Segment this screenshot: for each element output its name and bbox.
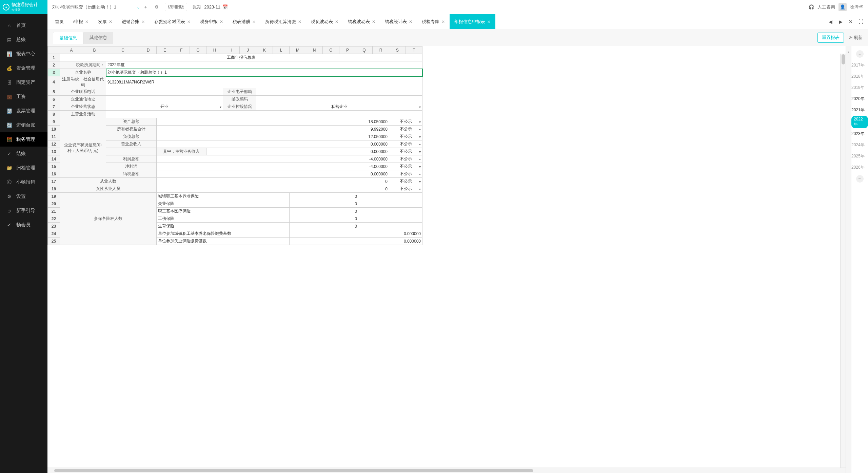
- col-header[interactable]: T: [406, 46, 422, 54]
- visibility-select[interactable]: 不公示: [389, 178, 422, 185]
- user-name[interactable]: 徐泽华: [850, 4, 863, 10]
- tab-6[interactable]: 税表清册✕: [228, 14, 260, 29]
- sheet-title[interactable]: 工商年报信息表: [60, 54, 422, 61]
- corner-cell[interactable]: [48, 46, 60, 54]
- refresh-button[interactable]: ⟳ 刷新: [849, 35, 863, 41]
- ins-value[interactable]: 0: [290, 200, 422, 208]
- row-header[interactable]: 6: [48, 96, 60, 103]
- close-icon[interactable]: ✕: [372, 19, 375, 24]
- gear-icon[interactable]: ⚙: [155, 4, 159, 10]
- reg-code-label[interactable]: 注册号/统一社会信用代码: [60, 76, 106, 88]
- year-option[interactable]: 2024年: [851, 139, 868, 151]
- row-header[interactable]: 2: [48, 61, 60, 69]
- sub-tab-other[interactable]: 其他信息: [83, 32, 113, 44]
- tab-11[interactable]: 税检专家✕: [417, 14, 450, 29]
- fin-label[interactable]: 资产总额: [106, 118, 157, 126]
- fin-value[interactable]: 9.992000: [157, 126, 389, 133]
- row-header[interactable]: 23: [48, 223, 60, 230]
- visibility-select[interactable]: 不公示: [389, 155, 422, 163]
- col-header[interactable]: B: [83, 46, 106, 54]
- col-header[interactable]: Q: [356, 46, 373, 54]
- fin-label[interactable]: 利润总额: [106, 155, 157, 163]
- row-header[interactable]: 10: [48, 126, 60, 133]
- old-version-button[interactable]: 切到旧版: [165, 3, 187, 11]
- ins-value[interactable]: 0: [290, 215, 422, 223]
- row-header[interactable]: 1: [48, 54, 60, 61]
- row-header[interactable]: 25: [48, 238, 60, 245]
- year-option[interactable]: 2023年: [851, 128, 868, 139]
- col-header[interactable]: S: [389, 46, 406, 54]
- tab-10[interactable]: 纳税统计表✕: [380, 14, 417, 29]
- tab-3[interactable]: 进销台账✕: [117, 14, 150, 29]
- visibility-select[interactable]: 不公示: [389, 126, 422, 133]
- fin-value[interactable]: 0.000000: [206, 148, 389, 155]
- col-header[interactable]: L: [273, 46, 290, 54]
- close-icon[interactable]: ✕: [335, 19, 338, 24]
- row-header[interactable]: 21: [48, 208, 60, 215]
- year-option[interactable]: 2017年: [851, 60, 868, 71]
- sidebar-item-5[interactable]: 💼工资: [0, 90, 47, 104]
- year-option[interactable]: 2022年: [851, 116, 868, 128]
- reset-report-button[interactable]: 重置报表: [817, 33, 844, 43]
- row-header[interactable]: 22: [48, 215, 60, 223]
- sidebar-item-2[interactable]: 📊报表中心: [0, 47, 47, 61]
- period-value-cell[interactable]: 2022年度: [106, 61, 422, 69]
- fin-label[interactable]: 负债总额: [106, 133, 157, 140]
- ins-label[interactable]: 工伤保险: [157, 215, 290, 223]
- close-icon[interactable]: ✕: [187, 19, 191, 24]
- col-header[interactable]: M: [290, 46, 306, 54]
- vertical-scrollbar[interactable]: [840, 54, 846, 468]
- close-icon[interactable]: ✕: [487, 19, 491, 24]
- tab-7[interactable]: 所得税汇算清缴✕: [260, 14, 306, 29]
- row-header[interactable]: 3: [48, 69, 60, 76]
- row-header[interactable]: 14: [48, 155, 60, 163]
- fin-value[interactable]: 12.050000: [157, 133, 389, 140]
- close-icon[interactable]: ✕: [220, 19, 223, 24]
- row-header[interactable]: 5: [48, 88, 60, 96]
- fin-value[interactable]: 0.000000: [157, 140, 389, 148]
- ins-value[interactable]: 0: [290, 223, 422, 230]
- col-header[interactable]: C: [106, 46, 140, 54]
- row-header[interactable]: 9: [48, 118, 60, 126]
- sidebar-item-1[interactable]: ▤总账: [0, 33, 47, 47]
- row-header[interactable]: 17: [48, 178, 60, 185]
- fin-label[interactable]: 所有者权益合计: [106, 126, 157, 133]
- row-header[interactable]: 11: [48, 133, 60, 140]
- company-name-label[interactable]: 企业名称: [60, 69, 106, 76]
- assets-group-label[interactable]: 企业资产状况信息(币种：人民币/万元): [60, 118, 106, 178]
- tabs-prev-button[interactable]: ◀: [826, 17, 835, 26]
- col-header[interactable]: D: [140, 46, 157, 54]
- row-header[interactable]: 8: [48, 111, 60, 118]
- company-name-cell[interactable]: 刘小艳演示账套（勿删勿动！）1: [106, 69, 422, 76]
- tab-5[interactable]: 税务申报✕: [195, 14, 228, 29]
- col-header[interactable]: I: [223, 46, 240, 54]
- visibility-select[interactable]: 不公示: [389, 185, 422, 193]
- col-header[interactable]: H: [206, 46, 223, 54]
- account-selector[interactable]: 刘小艳演示账套（勿删勿动！）1 ⌄: [52, 4, 140, 10]
- row-header[interactable]: 16: [48, 170, 60, 178]
- period-value[interactable]: 2023-11: [204, 4, 220, 10]
- tab-1[interactable]: i申报✕: [68, 14, 93, 29]
- sidebar-item-14[interactable]: ✔畅会员: [0, 218, 47, 232]
- close-icon[interactable]: ✕: [109, 19, 112, 24]
- close-icon[interactable]: ✕: [85, 19, 88, 24]
- sidebar-item-6[interactable]: 🧾发票管理: [0, 104, 47, 118]
- tab-8[interactable]: 税负波动表✕: [306, 14, 343, 29]
- horizontal-scrollbar[interactable]: [47, 468, 846, 473]
- tab-9[interactable]: 纳税波动表✕: [343, 14, 380, 29]
- fin-label[interactable]: 净利润: [106, 163, 157, 170]
- consult-link[interactable]: 人工咨询: [817, 4, 835, 10]
- tab-0[interactable]: 首页: [50, 14, 68, 29]
- sidebar-item-13[interactable]: ➲新手引导: [0, 204, 47, 218]
- ins-label[interactable]: 城镇职工基本养老保险: [157, 193, 290, 200]
- row-header[interactable]: 4: [48, 76, 60, 88]
- visibility-select[interactable]: 不公示: [389, 163, 422, 170]
- close-icon[interactable]: ✕: [252, 19, 256, 24]
- col-header[interactable]: P: [339, 46, 356, 54]
- year-option[interactable]: 2020年: [851, 93, 868, 105]
- close-icon[interactable]: ✕: [298, 19, 301, 24]
- row-header[interactable]: 20: [48, 200, 60, 208]
- visibility-select[interactable]: 不公示: [389, 133, 422, 140]
- year-option[interactable]: 2025年: [851, 151, 868, 162]
- sidebar-item-3[interactable]: 💰资金管理: [0, 61, 47, 75]
